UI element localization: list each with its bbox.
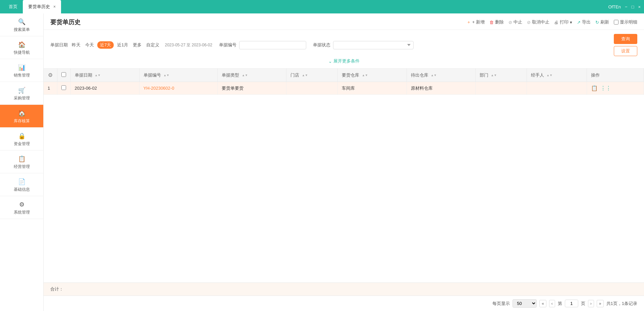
settings-button[interactable]: 设置 bbox=[614, 46, 637, 56]
expand-more-icon: ⌄ bbox=[328, 59, 332, 64]
sort-billtype-icon[interactable]: ▲▼ bbox=[242, 74, 248, 77]
billno-link[interactable]: YH-20230602-0 bbox=[144, 86, 174, 91]
th-billtype: 单据类型 ▲▼ bbox=[218, 69, 286, 82]
date-range-display: 2023-05-27 至 2023-06-02 bbox=[165, 42, 212, 48]
filter-row: 单据日期 昨天 今天 近7天 近1月 更多 自定义 2023-05-27 至 2… bbox=[50, 34, 637, 56]
sort-pending-warehouse-icon[interactable]: ▲▼ bbox=[431, 74, 437, 77]
sidebar-item-purchase-mgmt[interactable]: 🛒 采购管理 bbox=[0, 82, 43, 105]
page-input[interactable] bbox=[565, 300, 578, 307]
delete-label: 删除 bbox=[495, 19, 504, 25]
print-dropdown-icon[interactable]: ▾ bbox=[570, 20, 572, 25]
cancel-stop-button[interactable]: ⊘ 取消中止 bbox=[527, 19, 549, 25]
sidebar-item-finance-mgmt[interactable]: 🔒 资金管理 bbox=[0, 128, 43, 150]
close-window-icon[interactable]: × bbox=[638, 4, 641, 9]
tab-home[interactable]: 首页 bbox=[3, 0, 23, 13]
sidebar-item-inventory-calc[interactable]: 🏠 库存核算 bbox=[0, 105, 43, 128]
search-menu-icon: 🔍 bbox=[18, 18, 25, 26]
next-page-button[interactable]: › bbox=[588, 300, 594, 307]
date-1month[interactable]: 近1月 bbox=[116, 41, 129, 49]
minimize-icon[interactable]: − bbox=[625, 4, 628, 9]
ops-mgmt-icon: 📋 bbox=[18, 155, 25, 163]
cancel-stop-label: 取消中止 bbox=[532, 19, 549, 25]
summary-label: 合计： bbox=[50, 286, 63, 292]
maximize-icon[interactable]: □ bbox=[632, 4, 634, 9]
sort-dept-icon[interactable]: ▲▼ bbox=[491, 74, 497, 77]
sales-mgmt-icon: 📊 bbox=[18, 64, 25, 71]
first-page-button[interactable]: « bbox=[539, 300, 546, 307]
delete-button[interactable]: 🗑 删除 bbox=[489, 19, 504, 25]
filter-group-date: 单据日期 昨天 今天 近7天 近1月 更多 自定义 2023-05-27 至 2… bbox=[50, 41, 212, 49]
th-req-warehouse-label: 要货仓库 bbox=[342, 73, 359, 78]
print-icon: 🖨 bbox=[554, 20, 558, 25]
show-detail-label: 显示明细 bbox=[620, 19, 637, 25]
show-detail-button[interactable]: 显示明细 bbox=[614, 19, 637, 25]
page-header: 要货单历史 ＋ + 新增 🗑 删除 ⊘ 中止 ⊘ 取消中止 bbox=[44, 13, 644, 30]
th-handler: 经手人 ▲▼ bbox=[527, 69, 587, 82]
table-footer: 合计： bbox=[44, 282, 644, 296]
system-mgmt-icon: ⚙ bbox=[19, 201, 24, 208]
filter-area: 单据日期 昨天 今天 近7天 近1月 更多 自定义 2023-05-27 至 2… bbox=[44, 30, 644, 69]
filter-group-status: 单据状态 bbox=[313, 41, 414, 49]
more-op-icon[interactable]: ⋮⋮ bbox=[600, 85, 611, 91]
sidebar-item-ops-mgmt[interactable]: 📋 经营管理 bbox=[0, 150, 43, 173]
expand-more-button[interactable]: ⌄ 展开更多条件 bbox=[50, 56, 637, 64]
toolbar: ＋ + 新增 🗑 删除 ⊘ 中止 ⊘ 取消中止 🖨 打印 bbox=[467, 19, 637, 25]
td-index: 1 bbox=[44, 82, 57, 95]
refresh-button[interactable]: ↻ 刷新 bbox=[595, 19, 609, 25]
sort-req-warehouse-icon[interactable]: ▲▼ bbox=[362, 74, 368, 77]
view-op-icon[interactable]: 📋 bbox=[591, 85, 598, 91]
billno-input[interactable] bbox=[239, 41, 306, 49]
date-7days[interactable]: 近7天 bbox=[97, 41, 114, 49]
th-billno-label: 单据编号 bbox=[144, 73, 161, 78]
stop-icon: ⊘ bbox=[508, 20, 512, 25]
query-button[interactable]: 查询 bbox=[614, 34, 637, 44]
inventory-calc-icon: 🏠 bbox=[18, 109, 25, 117]
th-store-label: 门店 bbox=[290, 73, 299, 78]
sidebar-item-basic-info[interactable]: 📄 基础信息 bbox=[0, 173, 43, 196]
prev-page-button[interactable]: ‹ bbox=[549, 300, 555, 307]
sidebar-item-sales-mgmt[interactable]: 📊 销售管理 bbox=[0, 59, 43, 82]
row-checkbox[interactable] bbox=[61, 85, 66, 90]
th-store: 门店 ▲▼ bbox=[286, 69, 338, 82]
close-tab-icon[interactable]: × bbox=[53, 4, 56, 9]
sidebar: 🔍 搜索菜单 🏠 快捷导航 📊 销售管理 🛒 采购管理 🏠 库存核算 🔒 资金管… bbox=[0, 13, 44, 311]
status-select[interactable] bbox=[333, 41, 414, 49]
ops-mgmt-label: 经营管理 bbox=[14, 164, 30, 170]
th-req-warehouse: 要货仓库 ▲▼ bbox=[338, 69, 407, 82]
stop-label: 中止 bbox=[514, 19, 522, 25]
table-container: ⚙ 单据日期 ▲▼ 单据编号 ▲▼ bbox=[44, 69, 644, 282]
select-all-checkbox[interactable] bbox=[61, 72, 66, 77]
date-today[interactable]: 今天 bbox=[84, 41, 95, 49]
row-index: 1 bbox=[48, 86, 50, 91]
show-detail-checkbox[interactable] bbox=[614, 20, 619, 25]
sidebar-item-search-menu[interactable]: 🔍 搜索菜单 bbox=[0, 13, 43, 36]
settings-gear-icon[interactable]: ⚙ bbox=[48, 72, 53, 78]
td-checkbox bbox=[57, 82, 70, 95]
export-button[interactable]: ↗ 导出 bbox=[577, 19, 591, 25]
last-page-button[interactable]: » bbox=[597, 300, 604, 307]
stop-button[interactable]: ⊘ 中止 bbox=[508, 19, 522, 25]
date-yesterday[interactable]: 昨天 bbox=[70, 41, 82, 49]
sort-date-icon[interactable]: ▲▼ bbox=[95, 74, 101, 77]
sidebar-item-quick-nav[interactable]: 🏠 快捷导航 bbox=[0, 36, 43, 59]
date-filter-label: 单据日期 bbox=[50, 42, 68, 48]
home-tab-label: 首页 bbox=[9, 4, 17, 10]
sort-store-icon[interactable]: ▲▼ bbox=[302, 74, 308, 77]
date-shortcuts: 昨天 今天 近7天 近1月 更多 自定义 bbox=[70, 41, 161, 49]
quick-nav-icon: 🏠 bbox=[18, 41, 25, 48]
th-billtype-label: 单据类型 bbox=[222, 73, 239, 78]
per-page-label: 每页显示 bbox=[492, 301, 510, 307]
date-custom[interactable]: 自定义 bbox=[145, 41, 161, 49]
sort-billno-icon[interactable]: ▲▼ bbox=[163, 74, 169, 77]
print-button[interactable]: 🖨 打印 ▾ bbox=[554, 19, 572, 25]
new-label: + 新增 bbox=[472, 19, 485, 25]
per-page-select[interactable]: 20 50 100 200 bbox=[513, 299, 537, 308]
new-button[interactable]: ＋ + 新增 bbox=[467, 19, 485, 25]
sidebar-item-system-mgmt[interactable]: ⚙ 系统管理 bbox=[0, 196, 43, 219]
sort-handler-icon[interactable]: ▲▼ bbox=[546, 74, 552, 77]
tab-active[interactable]: 要货单历史 × bbox=[23, 0, 61, 13]
quick-nav-label: 快捷导航 bbox=[14, 50, 30, 55]
td-date: 2023-06-02 bbox=[70, 82, 139, 95]
td-pending-warehouse: 原材料仓库 bbox=[407, 82, 475, 95]
date-more[interactable]: 更多 bbox=[131, 41, 143, 49]
